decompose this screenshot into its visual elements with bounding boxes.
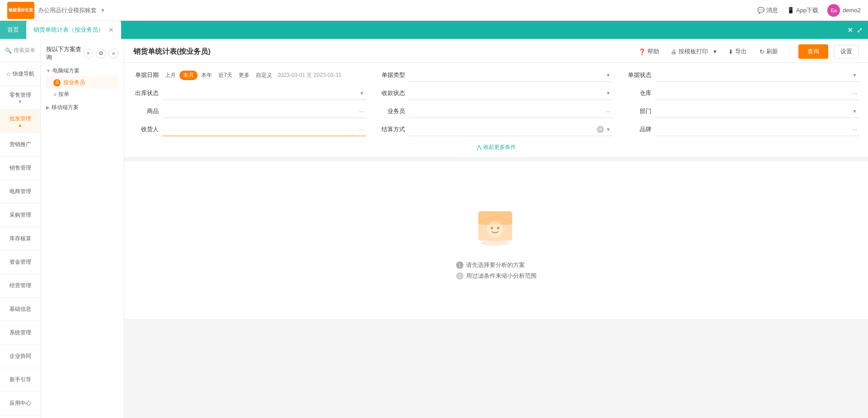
goods-wrapper[interactable]: ··· [162, 104, 366, 118]
export-btn[interactable]: ⬇ 导出 [725, 46, 750, 57]
goods-input[interactable] [162, 104, 359, 118]
sidebar-quicknav[interactable]: ☆ 快捷导航 [0, 62, 40, 86]
collapse-row: ⋀ 收起更多条件 [133, 141, 859, 152]
content-area: 按以下方案查询 + ⚙ « ▼ 电脑端方案 员 按业务员 ≡ 按单 [41, 39, 868, 418]
out-status-input[interactable] [162, 86, 359, 100]
date-tab-custom[interactable]: 自定义 [253, 71, 275, 80]
add-scheme-btn[interactable]: + [83, 48, 93, 58]
sidebar-item-basic[interactable]: 基础信息 [0, 298, 40, 321]
date-tab-this-year[interactable]: 本年 [198, 71, 215, 80]
department-input[interactable] [655, 104, 852, 118]
department-wrapper[interactable]: ▼ [655, 104, 859, 118]
date-tab-7days[interactable]: 近7天 [216, 71, 235, 80]
bill-status-wrapper[interactable]: ▼ [655, 68, 859, 82]
title-arrow[interactable]: ▼ [100, 8, 105, 13]
sidebar-item-marketing[interactable]: 营销推广 [0, 133, 40, 157]
mobile-arrow-icon: ▶ [46, 105, 50, 110]
settlement-wrapper[interactable]: ✕ ▼ [409, 123, 613, 136]
filter-out-status: 出库状态 ▼ [133, 86, 366, 100]
receiver-wrapper[interactable]: ··· [162, 123, 366, 136]
sidebar-item-newbie[interactable]: 新手引导 [0, 368, 40, 392]
sidebar-item-system[interactable]: 系统管理 [0, 321, 40, 345]
empty-step-2: 2 用过滤条件来缩小分析范围 [456, 272, 537, 280]
department-dropdown-icon[interactable]: ▼ [852, 109, 857, 114]
logo-text: 畅捷通好生意 [9, 7, 33, 13]
receiver-dots-icon[interactable]: ··· [359, 126, 364, 133]
sidebar-item-wechat[interactable]: 企业微信 [0, 415, 40, 418]
mobile-scheme-section: ▶ 移动端方案 [41, 100, 124, 115]
tab-home[interactable]: 首页 [0, 21, 26, 39]
settlement-dropdown-icon[interactable]: ▼ [606, 127, 611, 132]
sidebar-item-finance[interactable]: 资金管理 [0, 251, 40, 274]
message-btn[interactable]: 💬 消息 [757, 6, 778, 14]
sidebar-item-ecommerce[interactable]: 电商管理 [0, 180, 40, 204]
date-tab-this-month[interactable]: 本月 [179, 71, 198, 80]
tab-maximize-icon[interactable]: ⤢ [857, 26, 863, 34]
filter-warehouse: 仓库 ··· [626, 86, 859, 100]
help-btn[interactable]: ❓ 帮助 [635, 46, 663, 57]
mobile-scheme-title[interactable]: ▶ 移动端方案 [46, 102, 118, 113]
top-bar: 畅捷通好生意 办公用品行业模拟账套 ▼ 💬 消息 📱 App下载 Ea demo… [0, 0, 868, 21]
brand-input[interactable] [655, 123, 852, 136]
print-dropdown-btn[interactable]: ▼ [711, 47, 719, 56]
app-title: 办公用品行业模拟账套 [38, 6, 97, 14]
bill-type-dropdown-icon[interactable]: ▼ [606, 72, 611, 78]
collection-status-dropdown-icon[interactable]: ▼ [606, 90, 611, 96]
page-title: 销货单统计表(按业务员) [133, 47, 211, 57]
warehouse-input[interactable] [655, 86, 852, 100]
print-btn[interactable]: 🖨 按模板打印 [668, 46, 711, 57]
tab-close-btn[interactable]: ✕ [108, 26, 114, 33]
sidebar-item-purchase[interactable]: 采购管理 [0, 204, 40, 227]
collapse-btn[interactable]: ⋀ 收起更多条件 [477, 143, 516, 151]
tab-sales-stat[interactable]: 销货单统计表（按业务员） ✕ [26, 21, 121, 39]
pc-arrow-icon: ▼ [46, 68, 51, 73]
bill-status-input[interactable] [655, 68, 852, 81]
sidebar-item-corp[interactable]: 企业协同 [0, 345, 40, 368]
print-btn-group: 🖨 按模板打印 ▼ [668, 46, 719, 57]
settlement-input[interactable] [409, 123, 597, 136]
sidebar-item-retail[interactable]: 零售管理 ▼ [0, 86, 40, 109]
settings-scheme-btn[interactable]: ⚙ [96, 48, 106, 58]
user-profile[interactable]: Ea demo2 [827, 4, 861, 17]
collection-status-input[interactable] [409, 86, 606, 100]
sidebar-item-wholesale[interactable]: 批发管理 ▲ [0, 109, 40, 133]
refresh-icon: ↻ [760, 48, 764, 55]
warehouse-wrapper[interactable]: ··· [655, 86, 859, 100]
warehouse-dots-icon[interactable]: ··· [852, 90, 857, 97]
sidebar-item-operations[interactable]: 经营管理 [0, 274, 40, 298]
salesperson-wrapper[interactable]: ··· [409, 104, 613, 118]
bill-type-wrapper[interactable]: ▼ [409, 68, 613, 82]
out-status-wrapper[interactable]: ▼ [162, 86, 366, 100]
sidebar-item-sales[interactable]: 销售管理 [0, 157, 40, 180]
app-download-btn[interactable]: 📱 App下载 [787, 6, 818, 14]
sidebar-search[interactable]: 🔍 搜索菜单 [0, 39, 40, 62]
refresh-btn[interactable]: ↻ 刷新 [756, 46, 782, 57]
brand-dots-icon[interactable]: ··· [852, 126, 857, 133]
bill-type-input[interactable] [409, 68, 606, 81]
warehouse-label: 仓库 [626, 89, 651, 97]
brand-wrapper[interactable]: ··· [655, 123, 859, 136]
goods-dots-icon[interactable]: ··· [359, 108, 364, 115]
out-status-dropdown-icon[interactable]: ▼ [359, 90, 364, 96]
step-2-text: 用过滤条件来缩小分析范围 [466, 272, 537, 280]
collection-status-wrapper[interactable]: ▼ [409, 86, 613, 100]
bill-status-dropdown-icon[interactable]: ▼ [852, 72, 857, 78]
query-btn[interactable]: 查询 [798, 44, 828, 59]
collapse-panel-btn[interactable]: « [108, 48, 118, 58]
filter-salesperson: 业务员 ··· [380, 104, 613, 118]
salesperson-input[interactable] [409, 104, 605, 118]
settings-btn[interactable]: 设置 [834, 45, 859, 58]
scheme-item-by-staff[interactable]: 员 按业务员 [46, 76, 118, 89]
scheme-item-by-order[interactable]: ≡ 按单 [46, 89, 118, 100]
sidebar-item-apps[interactable]: 应用中心 [0, 392, 40, 415]
salesperson-dots-icon[interactable]: ··· [605, 108, 611, 115]
pc-scheme-title[interactable]: ▼ 电脑端方案 [46, 65, 118, 76]
scheme-by-order-label: 按单 [58, 90, 69, 98]
settlement-clear-btn[interactable]: ✕ [597, 126, 604, 133]
tab-minimize-icon[interactable]: ✕ [847, 26, 853, 34]
date-tab-more[interactable]: 更多 [236, 71, 252, 80]
step-1-text: 请先选择要分析的方案 [466, 261, 525, 269]
sidebar-item-inventory[interactable]: 库存核算 [0, 227, 40, 251]
date-tab-last-month[interactable]: 上月 [162, 71, 179, 80]
receiver-input[interactable] [162, 123, 359, 136]
